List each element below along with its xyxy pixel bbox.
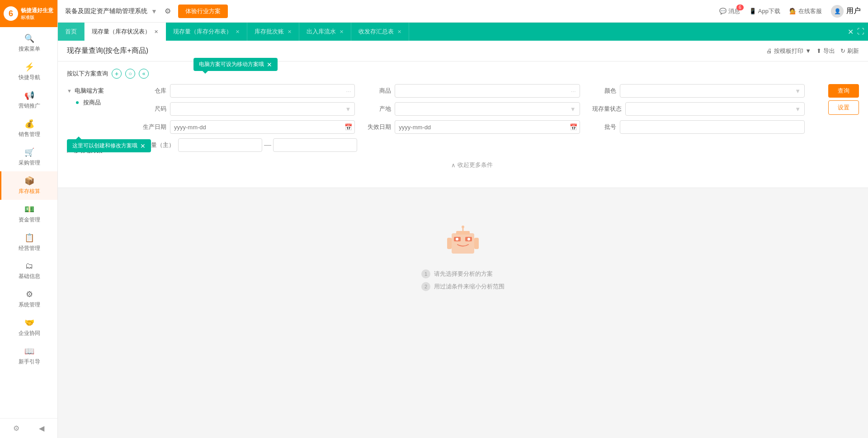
dot-by-goods bbox=[76, 101, 79, 104]
stock-main-from[interactable] bbox=[178, 138, 262, 152]
step-1-text: 请先选择要分析的方案 bbox=[434, 270, 493, 278]
filter-exp-date: 失效日期 📅 bbox=[364, 120, 580, 134]
color-select-wrapper: ▼ bbox=[620, 84, 805, 98]
tab-inout-flow[interactable]: 出入库流水 ✕ bbox=[299, 23, 351, 41]
logo-badge: 标准版 bbox=[21, 14, 53, 21]
tab-batch-account-close[interactable]: ✕ bbox=[288, 29, 292, 35]
step-num-2: 2 bbox=[421, 282, 430, 291]
sales-icon: 💰 bbox=[24, 119, 34, 129]
filter-circle-btn[interactable]: ○ bbox=[125, 69, 135, 79]
stock-main-to[interactable] bbox=[273, 138, 357, 152]
tab-inventory-dist[interactable]: 现存量（库存分布表） ✕ bbox=[166, 23, 247, 41]
sidebar-item-system[interactable]: ⚙ 系统管理 bbox=[0, 285, 57, 313]
color-arrow: ▼ bbox=[795, 88, 801, 94]
basic-icon: 🗂 bbox=[25, 261, 33, 271]
user-menu[interactable]: 👤 用户 bbox=[831, 5, 861, 18]
finance-icon: 💵 bbox=[24, 204, 34, 214]
color-label: 颜色 bbox=[589, 87, 616, 95]
tab-inventory-dist-close[interactable]: ✕ bbox=[236, 29, 240, 35]
solution-btn[interactable]: 体验行业方案 bbox=[178, 5, 228, 18]
prod-date-wrapper: 📅 bbox=[170, 120, 355, 134]
goods-select[interactable]: ··· bbox=[395, 84, 580, 98]
tab-inout-flow-close[interactable]: ✕ bbox=[340, 29, 344, 35]
sidebar-item-guide[interactable]: 📖 新手引导 bbox=[0, 342, 57, 370]
sidebar-item-basic[interactable]: 🗂 基础信息 bbox=[0, 257, 57, 285]
app-download-btn[interactable]: 📱 App下载 bbox=[749, 7, 780, 15]
sidebar-item-finance[interactable]: 💵 资金管理 bbox=[0, 200, 57, 228]
collapse-sidebar-btn[interactable]: ◀ bbox=[39, 424, 44, 433]
export-btn[interactable]: ⬆ 导出 bbox=[816, 47, 835, 55]
tabbar: 首页 现存量（库存状况表） ✕ 现存量（库存分布表） ✕ 库存批次账 ✕ 出入库… bbox=[58, 23, 868, 41]
stock-status-label: 现存量状态 bbox=[589, 105, 622, 113]
app-download-label: App下载 bbox=[758, 7, 780, 15]
tabbar-actions: ✕ ⛶ bbox=[848, 28, 868, 36]
enterprise-icon: 🤝 bbox=[24, 318, 34, 328]
empty-step-2: 2 用过滤条件来缩小分析范围 bbox=[421, 282, 505, 291]
prod-date-input[interactable] bbox=[170, 120, 355, 134]
batch-input[interactable] bbox=[620, 120, 805, 134]
filter-add-btn[interactable]: + bbox=[112, 69, 122, 79]
empty-state: 1 请先选择要分析的方案 2 用过滤条件来缩小分析范围 bbox=[58, 188, 868, 322]
print-btn[interactable]: 🖨 按模板打印 ▼ bbox=[766, 47, 811, 55]
goods-dots: ··· bbox=[571, 88, 576, 94]
expand-tabs-btn[interactable]: ⛶ bbox=[857, 28, 864, 36]
online-service-btn[interactable]: 💁 在线客服 bbox=[789, 7, 822, 15]
search-icon: 🔍 bbox=[24, 33, 34, 43]
tab-inventory-status-close[interactable]: ✕ bbox=[154, 29, 158, 35]
warehouse-select[interactable]: ··· bbox=[170, 84, 355, 98]
sidebar-item-marketing[interactable]: 📢 营销推广 bbox=[0, 86, 57, 114]
tab-inventory-status[interactable]: 现存量（库存状况表） ✕ bbox=[85, 23, 166, 41]
phone-icon: 📱 bbox=[749, 8, 756, 14]
tab-collect-summary-close[interactable]: ✕ bbox=[397, 29, 401, 35]
topbar-gear-btn[interactable]: ⚙ bbox=[165, 7, 171, 15]
topbar: 装备及固定资产辅助管理系统 ▼ ⚙ 体验行业方案 💬 消息 6 📱 App下载 … bbox=[58, 0, 868, 23]
search-btn[interactable]: 查询 bbox=[828, 84, 859, 98]
filter-back-btn[interactable]: « bbox=[139, 69, 149, 79]
tree-item-by-goods[interactable]: 按商品 bbox=[74, 97, 130, 108]
origin-select[interactable]: ▼ bbox=[395, 102, 580, 116]
tree-desktop-node[interactable]: ▼ 电脑端方案 bbox=[67, 85, 130, 97]
size-select[interactable]: ▼ bbox=[170, 102, 355, 116]
filter-goods: 商品 ··· bbox=[364, 84, 580, 98]
stock-status-arrow: ▼ bbox=[795, 106, 801, 113]
message-btn[interactable]: 💬 消息 6 bbox=[719, 7, 740, 15]
sidebar-label-finance: 资金管理 bbox=[19, 216, 40, 224]
purchase-icon: 🛒 bbox=[24, 147, 34, 157]
tooltip2-close-btn[interactable]: ✕ bbox=[140, 142, 146, 150]
sidebar-item-operations[interactable]: 📋 经营管理 bbox=[0, 228, 57, 257]
tab-home[interactable]: 首页 bbox=[58, 23, 85, 41]
close-all-tabs-btn[interactable]: ✕ bbox=[848, 28, 854, 36]
sidebar-item-search[interactable]: 🔍 搜索菜单 bbox=[0, 29, 57, 57]
step-num-1: 1 bbox=[421, 269, 430, 278]
sidebar-item-inventory[interactable]: 📦 库存核算 bbox=[0, 171, 57, 200]
tab-batch-account[interactable]: 库存批次账 ✕ bbox=[247, 23, 299, 41]
export-icon: ⬆ bbox=[816, 47, 821, 54]
sidebar-label-basic: 基础信息 bbox=[19, 273, 40, 280]
collapse-more-btn[interactable]: ∧ 收起更多条件 bbox=[139, 156, 805, 174]
sidebar-item-enterprise[interactable]: 🤝 企业协同 bbox=[0, 313, 57, 342]
batch-label: 批号 bbox=[589, 123, 616, 131]
tab-collect-summary[interactable]: 收发存汇总表 ✕ bbox=[351, 23, 409, 41]
stock-status-select[interactable]: ▼ bbox=[625, 102, 805, 116]
tooltip1-close-btn[interactable]: ✕ bbox=[267, 61, 272, 68]
svg-point-7 bbox=[462, 226, 464, 228]
refresh-btn[interactable]: ↻ 刷新 bbox=[840, 47, 859, 55]
sidebar-label-inventory: 库存核算 bbox=[19, 188, 40, 195]
topbar-system: 装备及固定资产辅助管理系统 ▼ bbox=[65, 7, 157, 15]
exp-date-label: 失效日期 bbox=[364, 123, 391, 131]
sidebar-item-quick[interactable]: ⚡ 快捷导航 bbox=[0, 57, 57, 86]
tab-inventory-status-label: 现存量（库存状况表） bbox=[92, 28, 151, 36]
reset-btn[interactable]: 设置 bbox=[828, 100, 859, 115]
exp-date-input[interactable] bbox=[395, 120, 580, 134]
origin-arrow: ▼ bbox=[570, 106, 576, 113]
size-arrow: ▼ bbox=[345, 106, 351, 113]
settings-bottom-btn[interactable]: ⚙ bbox=[13, 424, 19, 433]
sidebar-item-sales[interactable]: 💰 销售管理 bbox=[0, 114, 57, 143]
print-label: 按模板打印 bbox=[774, 47, 803, 55]
sidebar-item-purchase[interactable]: 🛒 采购管理 bbox=[0, 143, 57, 171]
page-actions: 🖨 按模板打印 ▼ ⬆ 导出 ↻ 刷新 bbox=[766, 47, 859, 55]
sidebar-nav: 🔍 搜索菜单 ⚡ 快捷导航 📢 营销推广 💰 销售管理 🛒 采购管理 📦 库存核… bbox=[0, 27, 57, 418]
inventory-icon: 📦 bbox=[24, 176, 34, 186]
color-select[interactable]: ▼ bbox=[620, 84, 805, 98]
solution-tree: ▼ 电脑端方案 按商品 这里可以创建和修改方案哦 ✕ ▶ 移动端方案 bbox=[67, 85, 130, 156]
